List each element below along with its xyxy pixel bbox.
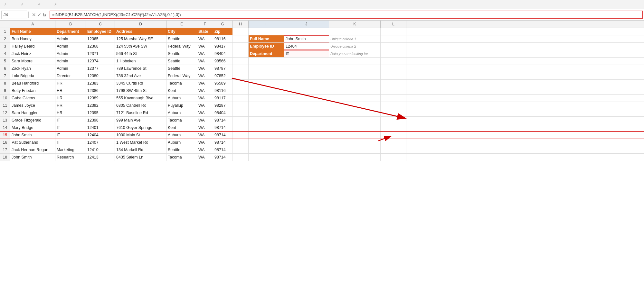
cell-j2[interactable]: John Smith (284, 35, 329, 42)
cell-c7[interactable]: 12380 (86, 72, 115, 79)
cell-j18[interactable] (284, 154, 329, 161)
cell-g3[interactable]: 98417 (213, 43, 232, 50)
cell-g9[interactable]: 98116 (213, 87, 232, 94)
cell-c18[interactable]: 12413 (86, 154, 115, 161)
cell-c15[interactable]: 12404 (86, 131, 115, 139)
cell-b18[interactable]: Research (55, 154, 86, 161)
cell-f13[interactable]: WA (197, 117, 213, 124)
cell-i2[interactable]: Full Name (249, 35, 284, 42)
cell-g12[interactable]: 98404 (213, 109, 232, 116)
cell-i3[interactable]: Employee ID (249, 43, 284, 50)
cell-g14[interactable]: 98714 (213, 124, 232, 131)
cell-b11[interactable]: HR (55, 102, 86, 109)
cell-c12[interactable]: 12395 (86, 109, 115, 116)
cell-g5[interactable]: 98566 (213, 58, 232, 65)
cell-d7[interactable]: 786 32nd Ave (115, 72, 166, 79)
cell-d1[interactable]: Address (115, 28, 166, 35)
cell-g1[interactable]: Zip (213, 28, 232, 35)
cell-b14[interactable]: IT (55, 124, 86, 131)
cell-e15[interactable]: Auburn (166, 131, 197, 139)
cell-j12[interactable] (284, 109, 329, 116)
cell-b6[interactable]: Admin (55, 65, 86, 72)
cell-d6[interactable]: 789 Lawrence St (115, 65, 166, 72)
cell-e13[interactable]: Tacoma (166, 117, 197, 124)
cell-f16[interactable]: WA (197, 139, 213, 146)
cell-a16[interactable]: Pat Sutherland (10, 139, 55, 146)
cell-b15[interactable]: IT (55, 131, 86, 139)
cell-f10[interactable]: WA (197, 95, 213, 102)
cell-f1[interactable]: State (197, 28, 213, 35)
cell-g8[interactable]: 96589 (213, 80, 232, 87)
cell-e11[interactable]: Puyallup (166, 102, 197, 109)
cell-f4[interactable]: WA (197, 50, 213, 57)
cell-j13[interactable] (284, 117, 329, 124)
cell-b8[interactable]: HR (55, 80, 86, 87)
cell-j14[interactable] (284, 124, 329, 131)
cell-a14[interactable]: Mary Bridge (10, 124, 55, 131)
cell-a18[interactable]: John Smith (10, 154, 55, 161)
cell-c8[interactable]: 12383 (86, 80, 115, 87)
cell-i11[interactable] (249, 102, 284, 109)
cell-c2[interactable]: 12365 (86, 35, 115, 42)
cell-b2[interactable]: Admin (55, 35, 86, 42)
cell-g18[interactable]: 98714 (213, 154, 232, 161)
cell-j6[interactable] (284, 65, 329, 72)
cell-c3[interactable]: 12368 (86, 43, 115, 50)
cell-b10[interactable]: HR (55, 95, 86, 102)
cell-a17[interactable]: Jack Herman Regan (10, 146, 55, 153)
cell-d2[interactable]: 125 Marsha Way SE (115, 35, 166, 42)
cell-i15[interactable] (249, 131, 284, 139)
cell-d16[interactable]: 1 West Market Rd (115, 139, 166, 146)
cell-j8[interactable] (284, 80, 329, 87)
cell-e12[interactable]: Auburn (166, 109, 197, 116)
cell-g6[interactable]: 98787 (213, 65, 232, 72)
cell-j5[interactable] (284, 58, 329, 65)
cell-a3[interactable]: Hailey Beard (10, 43, 55, 50)
cell-f9[interactable]: WA (197, 87, 213, 94)
cell-b16[interactable]: IT (55, 139, 86, 146)
cell-a2[interactable]: Bob Handy (10, 35, 55, 42)
cell-j10[interactable] (284, 95, 329, 102)
cell-c14[interactable]: 12401 (86, 124, 115, 131)
cell-e8[interactable]: Tacoma (166, 80, 197, 87)
cell-i6[interactable] (249, 65, 284, 72)
cell-i14[interactable] (249, 124, 284, 131)
cell-d11[interactable]: 6805 Cantrell Rd (115, 102, 166, 109)
cell-a5[interactable]: Sara Moore (10, 58, 55, 65)
cell-f5[interactable]: WA (197, 58, 213, 65)
cell-j4[interactable]: IT (284, 50, 329, 57)
cell-e17[interactable]: Seattle (166, 146, 197, 153)
cell-i12[interactable] (249, 109, 284, 116)
cell-g10[interactable]: 98117 (213, 95, 232, 102)
cell-b12[interactable]: HR (55, 109, 86, 116)
cell-j3[interactable]: 12404 (284, 43, 329, 50)
cell-c5[interactable]: 12374 (86, 58, 115, 65)
cell-b3[interactable]: Admin (55, 43, 86, 50)
cell-d8[interactable]: 3345 Curtis Rd (115, 80, 166, 87)
cell-f15[interactable]: WA (197, 131, 213, 139)
cell-g15[interactable]: 98714 (213, 131, 232, 139)
cell-a10[interactable]: Gabe Givens (10, 95, 55, 102)
cell-i4[interactable]: Department (249, 50, 284, 57)
cell-f18[interactable]: WA (197, 154, 213, 161)
cell-f11[interactable]: WA (197, 102, 213, 109)
cell-d12[interactable]: 7121 Baseline Rd (115, 109, 166, 116)
cell-d4[interactable]: 566 44th St (115, 50, 166, 57)
cell-j11[interactable] (284, 102, 329, 109)
cell-i9[interactable] (249, 87, 284, 94)
cell-b1[interactable]: Department (55, 28, 86, 35)
cell-g13[interactable]: 98714 (213, 117, 232, 124)
cell-g11[interactable]: 98287 (213, 102, 232, 109)
cell-d9[interactable]: 1798 SW 45th St (115, 87, 166, 94)
cell-c1[interactable]: Employee ID (86, 28, 115, 35)
cell-d14[interactable]: 7610 Geyer Springs (115, 124, 166, 131)
cell-c11[interactable]: 12392 (86, 102, 115, 109)
cell-e14[interactable]: Kent (166, 124, 197, 131)
cell-f3[interactable]: WA (197, 43, 213, 50)
cell-j15[interactable] (284, 131, 329, 139)
cell-a7[interactable]: Lola Brigeda (10, 72, 55, 79)
cell-d5[interactable]: 1 Hoboken (115, 58, 166, 65)
cell-i7[interactable] (249, 72, 284, 79)
cell-a12[interactable]: Sara Hanggler (10, 109, 55, 116)
cell-b17[interactable]: Marketing (55, 146, 86, 153)
